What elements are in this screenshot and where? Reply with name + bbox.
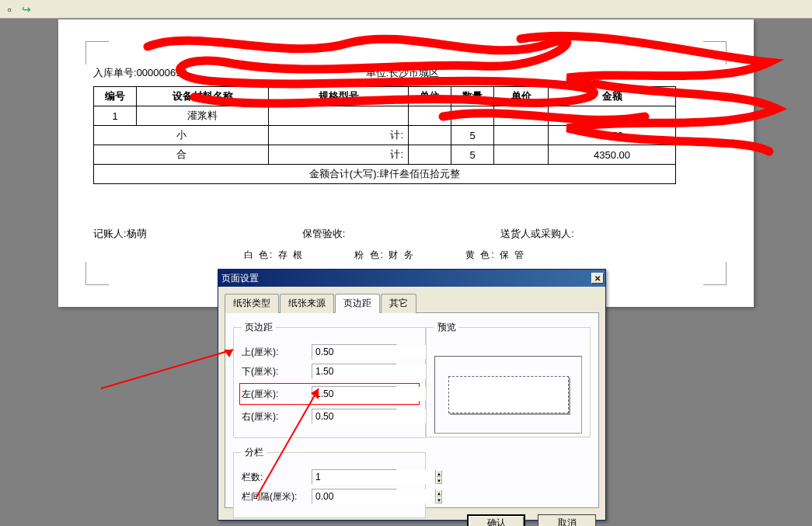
margin-right-input[interactable] [312, 409, 435, 423]
preview-group: 预览 [426, 321, 591, 437]
toolbar: ▫ ↪ [0, 0, 812, 19]
tab-paper-type[interactable]: 纸张类型 [225, 294, 279, 313]
margin-right-spinner[interactable]: ▲▼ [312, 409, 397, 424]
margin-left-input[interactable] [312, 387, 435, 401]
column-gap-spinner[interactable]: ▲▼ [312, 489, 397, 504]
columns-legend: 分栏 [242, 446, 267, 459]
column-count-label: 栏数: [242, 471, 312, 484]
tab-other[interactable]: 其它 [381, 294, 416, 313]
crop-mark [703, 262, 727, 285]
col-amount: 金额 [549, 87, 676, 106]
col-price: 单价 [494, 87, 549, 106]
margin-left-label: 左(厘米): [242, 388, 312, 401]
margin-right-label: 右(厘米): [242, 410, 312, 423]
columns-group: 分栏 栏数: ▲▼ 栏间隔(厘米): ▲▼ [233, 446, 426, 518]
preview-page-icon [448, 376, 569, 413]
margins-legend: 页边距 [242, 321, 276, 334]
column-gap-row: 栏间隔(厘米): ▲▼ [242, 489, 417, 504]
page-setup-dialog: 页面设置 ✕ 纸张类型 纸张来源 页边距 其它 页边距 上(厘米): ▲▼ 下(… [218, 269, 606, 521]
cancel-button[interactable]: 取消 [538, 514, 596, 526]
col-no: 编号 [94, 87, 137, 106]
document-subheader: 入库单号:000000612 单位:长沙市城区 [93, 66, 676, 80]
tab-paper-source[interactable]: 纸张来源 [280, 294, 334, 313]
print-preview-page: 入库单号:000000612 单位:长沙市城区 编号 设备材料名称 规格型号 单… [58, 19, 754, 307]
table-row: 1 灌浆料 [94, 106, 676, 126]
margin-top-row: 上(厘米): ▲▼ [242, 344, 417, 360]
col-qty: 数量 [451, 87, 494, 106]
column-count-spinner[interactable]: ▲▼ [312, 469, 397, 485]
column-gap-input[interactable] [312, 489, 435, 503]
tab-panel-margins: 页边距 上(厘米): ▲▼ 下(厘米): ▲▼ 左(厘米): [225, 312, 599, 508]
inventory-table: 编号 设备材料名称 规格型号 单位 数量 单价 金额 1 灌浆料 小 计: [93, 86, 676, 184]
margin-top-label: 上(厘米): [242, 346, 312, 359]
margin-right-row: 右(厘米): ▲▼ [242, 409, 417, 424]
signature-row: 记账人:杨萌 保管验收: 送货人或采购人: [93, 227, 676, 241]
ok-button[interactable]: 确认 [467, 514, 525, 526]
column-count-input[interactable] [312, 470, 435, 484]
exit-icon[interactable]: ↪ [20, 3, 33, 16]
subtotal-row: 小 计: 5 4350 [94, 126, 676, 145]
total-row: 合 计: 5 4350.00 [94, 145, 676, 165]
preview-legend: 预览 [434, 321, 459, 334]
column-count-row: 栏数: ▲▼ [242, 469, 417, 485]
copy-colors-line: 白 色: 存 根 粉 色: 财 务 黄 色: 保 管 [93, 249, 676, 262]
margin-top-input[interactable] [312, 345, 435, 359]
dialog-title: 页面设置 [221, 272, 259, 285]
tab-margins[interactable]: 页边距 [335, 294, 380, 313]
crop-mark [703, 41, 727, 64]
margin-top-spinner[interactable]: ▲▼ [312, 344, 397, 360]
amount-words-row: 金额合计(大写):肆仟叁佰伍拾元整 [94, 165, 676, 184]
close-icon[interactable]: ✕ [591, 273, 604, 284]
dialog-titlebar[interactable]: 页面设置 ✕ [218, 270, 605, 287]
table-header-row: 编号 设备材料名称 规格型号 单位 数量 单价 金额 [94, 87, 676, 106]
margins-group: 页边距 上(厘米): ▲▼ 下(厘米): ▲▼ 左(厘米): [233, 321, 426, 438]
margin-bottom-input[interactable] [312, 364, 435, 378]
margin-bottom-label: 下(厘米): [242, 365, 312, 378]
margin-preview [434, 356, 582, 434]
margin-bottom-row: 下(厘米): ▲▼ [242, 364, 417, 379]
crop-mark [85, 262, 109, 285]
margin-left-row-highlighted: 左(厘米): ▲▼ [239, 383, 420, 405]
svg-line-0 [101, 350, 233, 388]
dialog-tabs: 纸张类型 纸张来源 页边距 其它 [225, 293, 599, 312]
margin-left-spinner[interactable]: ▲▼ [312, 386, 397, 402]
col-unit: 单位 [409, 87, 451, 106]
maximize-icon[interactable]: ▫ [3, 3, 16, 16]
column-gap-label: 栏间隔(厘米): [242, 490, 312, 503]
col-spec: 规格型号 [269, 87, 409, 106]
col-name: 设备材料名称 [137, 87, 269, 106]
margin-bottom-spinner[interactable]: ▲▼ [312, 364, 397, 379]
